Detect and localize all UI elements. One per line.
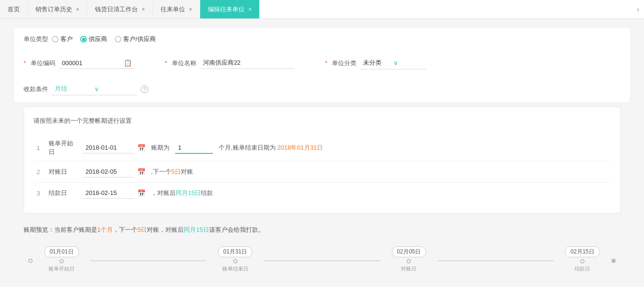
tl-left-dot — [28, 259, 33, 263]
tab-home[interactable]: 首页 — [0, 0, 28, 18]
period-input-1[interactable] — [175, 142, 213, 154]
classify-chevron-icon: ∨ — [393, 59, 424, 67]
setting-row-3: 3 结款日 📅 ，对账后同月15日结款 — [34, 183, 610, 203]
preview-h2: 5日 — [137, 226, 147, 233]
period-label-1: 账期为 — [151, 144, 169, 152]
tl-dot-1 — [59, 259, 64, 263]
tl-node-container-4: 02月15日 结款日 — [565, 246, 600, 272]
payment-terms-chevron-icon: ∨ — [94, 85, 134, 93]
tab-cash-work[interactable]: 钱货日清工作台 × — [87, 0, 153, 18]
tab-edit-partner[interactable]: 编辑往来单位 × — [200, 0, 260, 18]
setting-row-1: 1 账单开始日 📅 账期为 个月,账单结束日期为 2018年01月31日 — [34, 135, 610, 161]
tl-node-4: 02月15日 结款日 — [553, 246, 611, 272]
tab-partner[interactable]: 往来单位 × — [153, 0, 200, 18]
close-tab-edit-partner[interactable]: × — [248, 6, 252, 13]
tl-left-cap — [28, 246, 33, 263]
date-input-wrap-1: 📅 — [83, 142, 145, 153]
settings-panel: 请按照未来的一个完整帐期进行设置 1 账单开始日 📅 账期为 个月,账单结束日期… — [24, 107, 620, 213]
row-num-3: 3 — [34, 190, 43, 197]
date-input-1[interactable] — [83, 142, 135, 153]
tl-line-3-4 — [438, 261, 553, 261]
unit-name-group: * 单位名称 — [165, 58, 295, 69]
radio-supplier-circle — [80, 36, 87, 42]
book-icon[interactable]: 📋 — [124, 59, 132, 67]
tl-bubble-1: 01月01日 — [44, 246, 79, 257]
tab-sales-history[interactable]: 销售订单历史 × — [28, 0, 87, 18]
date-input-2[interactable] — [83, 166, 135, 177]
close-tab-sales-history[interactable]: × — [76, 6, 79, 13]
timeline-section: 01月01日 账单开始日 01月31日 账单结束日 02 — [14, 242, 630, 282]
row-desc-3: ，对账后同月15日结款 — [151, 189, 213, 197]
row-label-2: 对账日 — [49, 168, 77, 176]
unit-type-row: 单位类型 客户 供应商 客户/供应商 — [14, 28, 630, 50]
calendar-icon-3[interactable]: 📅 — [137, 189, 145, 197]
unit-type-label: 单位类型 — [24, 35, 48, 43]
unit-code-input[interactable] — [62, 59, 124, 67]
date-input-3[interactable] — [83, 187, 135, 199]
payment-terms-row: 收款条件 月结 ∨ ? — [14, 76, 630, 102]
date-input-wrap-2: 📅 — [83, 166, 145, 177]
row-num-2: 2 — [34, 169, 43, 176]
preview-h1: 1个月 — [97, 226, 113, 233]
unit-name-input[interactable] — [200, 58, 295, 69]
unit-classify-group: * 单位分类 未分类 ∨ — [325, 57, 426, 69]
radio-both-label: 客户/供应商 — [123, 35, 156, 43]
unit-classify-star: * — [325, 59, 327, 67]
main-content: 单位类型 客户 供应商 客户/供应商 — [0, 19, 644, 287]
settlement-highlight: 同月15日 — [176, 189, 201, 196]
tl-node-container-1: 01月01日 账单开始日 — [44, 246, 79, 272]
radio-supplier-label: 供应商 — [89, 35, 107, 43]
preview-section: 账期预览：当前客户账期是1个月，下一个5日对账，对账后同月15日该客户会给我打款… — [14, 218, 630, 242]
unit-classify-value: 未分类 — [363, 59, 393, 67]
tl-label-2: 账单结束日 — [222, 265, 248, 272]
tl-right-dot — [611, 259, 616, 263]
tl-node-1: 01月01日 账单开始日 — [33, 246, 91, 272]
timeline-row: 01月01日 账单开始日 01月31日 账单结束日 02 — [28, 246, 616, 272]
tab-nav-more[interactable]: › — [632, 5, 644, 14]
tl-node-3: 02月05日 对账日 — [380, 246, 438, 272]
row-num-1: 1 — [34, 144, 43, 152]
tl-bubble-4: 02月15日 — [565, 246, 600, 257]
tl-dot-4 — [580, 259, 585, 263]
close-tab-partner[interactable]: × — [189, 6, 192, 13]
payment-terms-group: 收款条件 月结 ∨ ? — [24, 83, 148, 95]
unit-name-star: * — [165, 59, 167, 67]
radio-both[interactable]: 客户/供应商 — [115, 35, 156, 43]
reconcile-highlight: 5日 — [171, 168, 181, 175]
payment-terms-select[interactable]: 月结 ∨ — [52, 83, 137, 95]
unit-classify-label: 单位分类 — [332, 59, 356, 68]
period-unit-1: 个月,账单结束日期为 2018年01月31日 — [219, 144, 323, 152]
tl-node-2: 01月31日 账单结束日 — [206, 246, 264, 272]
row-desc-2: ,下一个5日对账 — [151, 168, 193, 176]
tab-bar: 首页 销售订单历史 × 钱货日清工作台 × 往来单位 × 编辑往来单位 × › — [0, 0, 644, 19]
calendar-icon-2[interactable]: 📅 — [137, 168, 145, 176]
tl-node-container-2: 01月31日 账单结束日 — [218, 246, 253, 272]
radio-supplier[interactable]: 供应商 — [80, 35, 107, 43]
period-end-1: 2018年01月31日 — [277, 144, 323, 151]
unit-code-input-wrap: 📋 — [59, 57, 135, 69]
unit-name-label: 单位名称 — [172, 59, 196, 68]
unit-type-group: 单位类型 客户 供应商 客户/供应商 — [24, 35, 156, 43]
tl-line-1-2 — [91, 261, 206, 261]
unit-type-radio-group: 客户 供应商 客户/供应商 — [52, 35, 156, 43]
unit-code-group: * 单位编码 📋 — [24, 57, 135, 69]
form-section: 单位类型 客户 供应商 客户/供应商 — [14, 28, 630, 102]
radio-customer[interactable]: 客户 — [52, 35, 73, 43]
close-tab-cash-work[interactable]: × — [142, 6, 145, 13]
tl-bubble-3: 02月05日 — [392, 246, 426, 257]
date-input-wrap-3: 📅 — [83, 187, 145, 199]
radio-customer-label: 客户 — [60, 35, 73, 43]
tl-label-1: 账单开始日 — [49, 265, 75, 272]
tl-label-4: 结款日 — [575, 265, 590, 272]
unit-classify-select[interactable]: 未分类 ∨ — [360, 57, 426, 69]
payment-terms-value: 月结 — [55, 84, 94, 93]
question-icon[interactable]: ? — [141, 85, 148, 93]
payment-terms-label: 收款条件 — [24, 85, 48, 93]
tl-label-3: 对账日 — [401, 265, 416, 272]
calendar-icon-1[interactable]: 📅 — [137, 144, 145, 152]
unit-code-label: 单位编码 — [31, 59, 55, 68]
tl-bubble-2: 01月31日 — [218, 246, 253, 257]
radio-both-circle — [115, 36, 121, 42]
unit-info-row: * 单位编码 📋 * 单位名称 * 单位分类 未分类 ∨ — [14, 50, 630, 76]
tl-node-container-3: 02月05日 对账日 — [392, 246, 426, 272]
